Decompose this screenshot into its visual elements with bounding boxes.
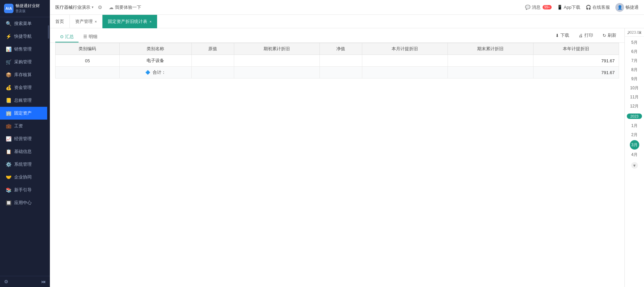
guide-icon: 📚 [5,187,11,193]
sidebar-item-finance[interactable]: 💰 资金管理 [0,81,47,94]
date-month-1[interactable]: 1月 [625,121,644,130]
settings-footer-icon[interactable]: ⚙ [4,279,8,284]
refresh-icon: ↻ [603,33,606,38]
subtotal-monthly-dep [362,67,448,78]
date-month-10[interactable]: 10月 [625,84,644,93]
subtotal-label-cell: 🔷 合计： [119,67,191,78]
sidebar-item-sales[interactable]: 📊 销售管理 [0,43,47,56]
app-download-label: App下载 [564,4,580,10]
subtotal-closing-accum [448,67,533,78]
date-month-2[interactable]: 2月 [625,130,644,139]
purchase-icon: 🛒 [5,59,11,65]
col-header-net-value: 净值 [319,43,362,55]
date-month-7[interactable]: 7月 [625,56,644,65]
subtotal-empty-code [56,67,120,78]
print-button[interactable]: 🖨 打印 [576,31,596,40]
main-area: 医疗器械行业演示 ▾ ⚙ ☁ 我要体验一下 💬 消息 99+ 📱 App下载 🎧… [50,0,644,287]
date-nav-down-button[interactable]: ▾ [631,162,638,169]
date-panel-header: ✕ ⤢ 2023.03 [625,28,644,37]
current-year-months: 1月 2月 3月 4月 [625,120,644,161]
sub-tabs: ⊙ 汇总 ☰ 明细 ⬇ 下载 🖨 打印 [50,28,624,43]
sub-tab-detail[interactable]: ☰ 明细 [79,32,102,42]
date-month-9[interactable]: 9月 [625,74,644,84]
toolbar: ⬇ 下载 🖨 打印 ↻ 刷新 [553,31,619,42]
date-month-11[interactable]: 11月 [625,93,644,102]
sidebar-label-system: 系统管理 [14,161,32,167]
sidebar-item-guide[interactable]: 📚 新手引导 [0,184,47,196]
col-header-closing-accum: 期末累计折旧 [448,43,533,55]
subtotal-label: 合计： [153,70,166,75]
sidebar-item-ledger[interactable]: 📒 总账管理 [0,94,47,107]
sidebar-item-system[interactable]: ⚙️ 系统管理 [0,158,47,171]
header-left: 医疗器械行业演示 ▾ ⚙ ☁ 我要体验一下 [55,4,141,10]
page-content: ⊙ 汇总 ☰ 明细 ⬇ 下载 🖨 打印 [50,28,624,287]
date-month-8[interactable]: 8月 [625,65,644,74]
sidebar-item-inventory[interactable]: 📦 库存核算 [0,68,47,81]
sidebar-item-fixed-assets[interactable]: 🏢 固定资产 [0,107,47,120]
close-panel-icon[interactable]: ✕ [638,30,642,35]
user-action[interactable]: 👤 畅捷通 [615,3,639,12]
refresh-button[interactable]: ↻ 刷新 [600,31,619,40]
company-settings-icon[interactable]: ⚙ [98,4,102,10]
date-month-5[interactable]: 5月 [625,38,644,47]
online-service-label: 在线客服 [592,4,610,10]
sidebar-logo: AtA 畅捷通好业财 普及版 [0,0,50,17]
user-icon: 👤 [617,5,622,10]
sidebar-scrollbar-thumb [48,25,49,39]
download-icon: ⬇ [555,33,559,38]
system-icon: ⚙️ [5,162,11,167]
operations-icon: 📈 [5,136,11,141]
sub-tab-detail-label: 明细 [89,34,97,40]
company-selector[interactable]: 医疗器械行业演示 ▾ [55,4,94,10]
collapse-sidebar-button[interactable]: ⏮ [41,279,46,284]
date-month-3-current[interactable]: 3月 [630,140,639,150]
sidebar-footer: ⚙ ⏮ [0,276,50,287]
message-badge: 99+ [543,5,552,9]
sidebar: AtA 畅捷通好业财 普及版 🔍 搜索菜单 ⚡ 快捷导航 📊 销售管理 🛒 采购… [0,0,50,287]
sidebar-item-enterprise[interactable]: 🤝 企业协同 [0,171,47,184]
online-service-action[interactable]: 🎧 在线客服 [586,4,610,10]
sidebar-item-salary[interactable]: 💼 工资 [0,120,47,132]
sidebar-item-operations[interactable]: 📈 经营管理 [0,132,47,145]
date-month-4[interactable]: 4月 [625,150,644,159]
sidebar-item-search[interactable]: 🔍 搜索菜单 [0,17,47,30]
download-label: 下载 [560,32,569,38]
logo-text-container: 畅捷通好业财 普及版 [16,3,40,13]
row-monthly-dep [362,55,448,67]
sidebar-item-app-center[interactable]: 🔲 应用中心 [0,196,47,209]
tab-asset-mgmt[interactable]: 资产管理 × [70,15,102,28]
row-opening-accum [234,55,319,67]
row-original-value [191,55,234,67]
content-area: ⊙ 汇总 ☰ 明细 ⬇ 下载 🖨 打印 [50,28,644,287]
sales-icon: 📊 [5,46,11,52]
sidebar-item-quick-nav[interactable]: ⚡ 快捷导航 [0,30,47,43]
depreciation-table: 类别编码 类别名称 原值 期初累计折旧 净值 本月计提折旧 期末累计折旧 本年计… [55,43,619,78]
refresh-label: 刷新 [608,32,616,38]
download-button[interactable]: ⬇ 下载 [553,31,572,40]
avatar: 👤 [615,3,624,12]
row-name: 电子设备 [119,55,191,67]
date-panel: ✕ ⤢ 2023.03 5月 6月 7月 8月 9月 10月 11月 12月 2… [624,28,644,287]
date-month-12[interactable]: 12月 [625,102,644,111]
expand-panel-icon[interactable]: ⤢ [627,30,631,35]
tab-asset-mgmt-close-icon[interactable]: × [95,20,97,24]
sidebar-item-purchase[interactable]: 🛒 采购管理 [0,56,47,68]
sub-tab-summary[interactable]: ⊙ 汇总 [55,32,79,42]
row-net-value [319,55,362,67]
app-download-action[interactable]: 📱 App下载 [557,4,580,10]
tab-fixed-depreciation[interactable]: 固定资产折旧统计表 × [102,15,157,28]
print-icon: 🖨 [579,33,583,38]
experience-button[interactable]: ☁ 我要体验一下 [109,4,141,10]
sidebar-item-base-info[interactable]: 📋 基础信息 [0,145,47,158]
chevron-down-icon: ▾ [92,5,94,9]
sub-tab-summary-label: 汇总 [65,34,74,40]
message-action[interactable]: 💬 消息 99+ [525,4,552,10]
date-month-6[interactable]: 6月 [625,47,644,56]
app-version: 普及版 [16,9,40,13]
sidebar-label-guide: 新手引导 [14,187,32,193]
app-center-icon: 🔲 [5,200,11,205]
tab-fixed-depreciation-close-icon[interactable]: × [149,20,151,24]
tabs-bar: 首页 资产管理 × 固定资产折旧统计表 × [50,15,644,28]
ledger-icon: 📒 [5,98,11,103]
tab-home[interactable]: 首页 [50,15,70,28]
